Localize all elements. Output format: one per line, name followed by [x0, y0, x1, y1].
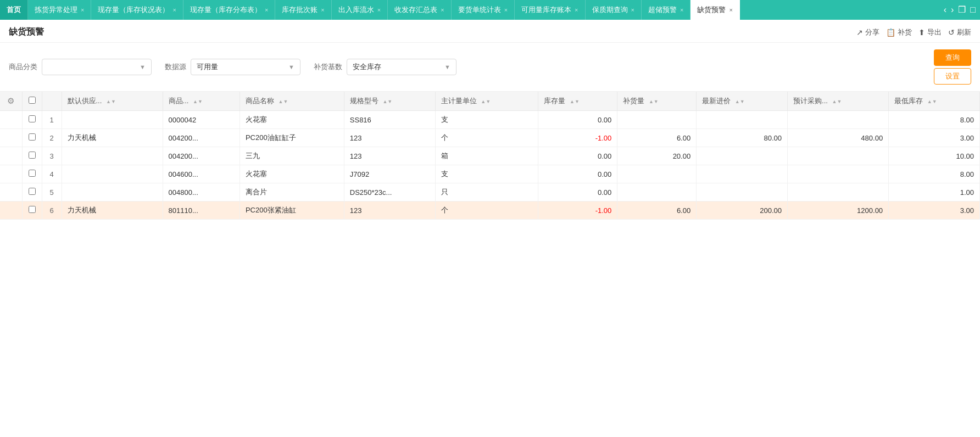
spec-cell-2: 123 — [344, 147, 435, 165]
tab-close-inventory-status[interactable]: × — [172, 7, 176, 13]
share-button[interactable]: ↗ 分享 — [856, 27, 879, 37]
min-stock-cell-3: 8.00 — [889, 165, 980, 183]
row-checkbox-cell-3 — [22, 165, 42, 183]
th-stock: 库存量 ▲▼ — [538, 92, 617, 111]
tab-inventory-status[interactable]: 现存量（库存状况表）× — [91, 0, 183, 20]
row-settings-1 — [0, 129, 22, 147]
tab-nav-buttons: ‹ › ❒ □ — [939, 0, 980, 20]
tab-inout-flow[interactable]: 出入库流水× — [332, 0, 388, 20]
tab-close-receive-summary[interactable]: × — [441, 7, 444, 13]
tab-close-batch-account[interactable]: × — [321, 7, 324, 13]
tab-exception[interactable]: 拣货异常处理× — [28, 0, 91, 20]
latest-price-cell-4 — [697, 183, 788, 201]
replenish-base-filter-group: 补货基数 安全库存 ▼ — [314, 59, 456, 75]
th-latest-price-label: 最新进价 — [702, 97, 731, 105]
select-all-checkbox[interactable] — [29, 97, 36, 104]
row-num-5: 6 — [42, 201, 62, 220]
tab-close-overstock[interactable]: × — [680, 7, 683, 13]
product-name-cell-3: 火花塞 — [240, 165, 344, 183]
row-num-2: 3 — [42, 147, 62, 165]
row-checkbox-cell-2 — [22, 147, 42, 165]
row-checkbox-2[interactable] — [29, 152, 36, 159]
th-min-stock-label: 最低库存 — [894, 97, 923, 105]
latest-price-cell-3 — [697, 165, 788, 183]
tab-close-inout-flow[interactable]: × — [377, 7, 381, 13]
tab-restore-button[interactable]: ❒ — [956, 0, 968, 20]
default-supplier-cell-1: 力天机械 — [62, 129, 163, 147]
page-header: 缺货预警 ↗ 分享 📋 补货 ⬆ 导出 ↺ 刷新 — [0, 20, 980, 43]
table-row: 5004800...离合片DS250*23c...只0.001.00 — [0, 183, 980, 201]
table-row: 4004600...火花塞J7092支0.008.00 — [0, 165, 980, 183]
export-label: 导出 — [927, 27, 942, 37]
spec-cell-1: 123 — [344, 129, 435, 147]
row-checkbox-4[interactable] — [29, 188, 36, 195]
tab-home[interactable]: 首页 — [0, 0, 28, 20]
row-num-4: 5 — [42, 183, 62, 201]
export-button[interactable]: ⬆ 导出 — [918, 27, 942, 37]
row-checkbox-5[interactable] — [29, 206, 36, 213]
replenish-base-select-value: 安全库存 — [353, 62, 440, 72]
product-code-cell-0: 0000042 — [163, 111, 240, 129]
min-stock-cell-0: 8.00 — [889, 111, 980, 129]
th-replenish-qty: 补货量 ▲▼ — [617, 92, 697, 111]
row-checkbox-1[interactable] — [29, 133, 36, 141]
replenish-base-dropdown-arrow-icon: ▼ — [444, 64, 450, 70]
datasource-select-value: 可用量 — [197, 62, 284, 72]
tab-batch-account[interactable]: 库存批次账× — [275, 0, 331, 20]
refresh-button[interactable]: ↺ 刷新 — [948, 27, 971, 37]
replenish-qty-cell-5: 6.00 — [617, 201, 697, 220]
datasource-label: 数据源 — [165, 62, 186, 72]
tab-close-order-stats[interactable]: × — [504, 7, 508, 13]
tab-close-exception[interactable]: × — [81, 7, 84, 13]
latest-price-cell-2 — [697, 147, 788, 165]
th-product-code: 商品... ▲▼ — [163, 92, 240, 111]
tab-label-inout-flow: 出入库流水 — [338, 5, 374, 15]
replenish-base-select[interactable]: 安全库存 ▼ — [347, 59, 456, 75]
spec-cell-0: SS816 — [344, 111, 435, 129]
th-latest-price: 最新进价 ▲▼ — [697, 92, 788, 111]
tab-inventory-dist[interactable]: 现存量（库存分布表）× — [183, 0, 275, 20]
stock-cell-2: 0.00 — [538, 147, 617, 165]
th-unit: 主计量单位 ▲▼ — [435, 92, 538, 111]
tab-label-inventory-dist: 现存量（库存分布表） — [190, 5, 261, 15]
tab-prev-button[interactable]: ‹ — [942, 0, 949, 20]
tab-close-shortage[interactable]: × — [729, 7, 732, 13]
row-settings-2 — [0, 147, 22, 165]
data-table: ⚙ 默认供应... ▲▼ 商品... ▲▼ 商品名称 — [0, 92, 980, 220]
replenish-button[interactable]: 📋 补货 — [886, 27, 912, 37]
tab-next-button[interactable]: › — [949, 0, 956, 20]
unit-cell-1: 个 — [435, 129, 538, 147]
tab-expiry-query[interactable]: 保质期查询× — [586, 0, 642, 20]
table-row: 10000042火花塞SS816支0.008.00 — [0, 111, 980, 129]
row-settings-4 — [0, 183, 22, 201]
product-code-sort-icon: ▲▼ — [193, 99, 203, 104]
query-button[interactable]: 查询 — [934, 49, 971, 66]
column-settings-button[interactable]: ⚙ — [7, 96, 14, 106]
min-stock-cell-5: 3.00 — [889, 201, 980, 220]
tab-overstock[interactable]: 超储预警× — [642, 0, 691, 20]
tab-close-available-ledger[interactable]: × — [575, 7, 578, 13]
datasource-select[interactable]: 可用量 ▼ — [191, 59, 300, 75]
row-checkbox-3[interactable] — [29, 170, 36, 177]
est-purchase-cell-5: 1200.00 — [788, 201, 889, 220]
tab-shortage[interactable]: 缺货预警× — [691, 0, 739, 20]
th-stock-label: 库存量 — [544, 97, 565, 105]
unit-cell-3: 支 — [435, 165, 538, 183]
row-num-1: 2 — [42, 129, 62, 147]
tab-available-ledger[interactable]: 可用量库存账本× — [515, 0, 585, 20]
row-settings-0 — [0, 111, 22, 129]
tab-close-expiry-query[interactable]: × — [631, 7, 634, 13]
tab-close-inventory-dist[interactable]: × — [265, 7, 268, 13]
tab-maximize-button[interactable]: □ — [968, 0, 978, 20]
th-product-code-label: 商品... — [169, 97, 189, 105]
filter-bar: 商品分类 ▼ 数据源 可用量 ▼ 补货基数 安全库存 ▼ 查询 设置 — [0, 43, 980, 92]
settings-button[interactable]: 设置 — [934, 68, 971, 85]
product-name-cell-4: 离合片 — [240, 183, 344, 201]
row-checkbox-0[interactable] — [29, 115, 36, 122]
latest-price-sort-icon: ▲▼ — [735, 99, 745, 104]
tab-receive-summary[interactable]: 收发存汇总表× — [388, 0, 451, 20]
product-code-cell-1: 004200... — [163, 129, 240, 147]
tab-order-stats[interactable]: 要货单统计表× — [452, 0, 515, 20]
table-header: ⚙ 默认供应... ▲▼ 商品... ▲▼ 商品名称 — [0, 92, 980, 111]
category-select[interactable]: ▼ — [42, 59, 152, 75]
